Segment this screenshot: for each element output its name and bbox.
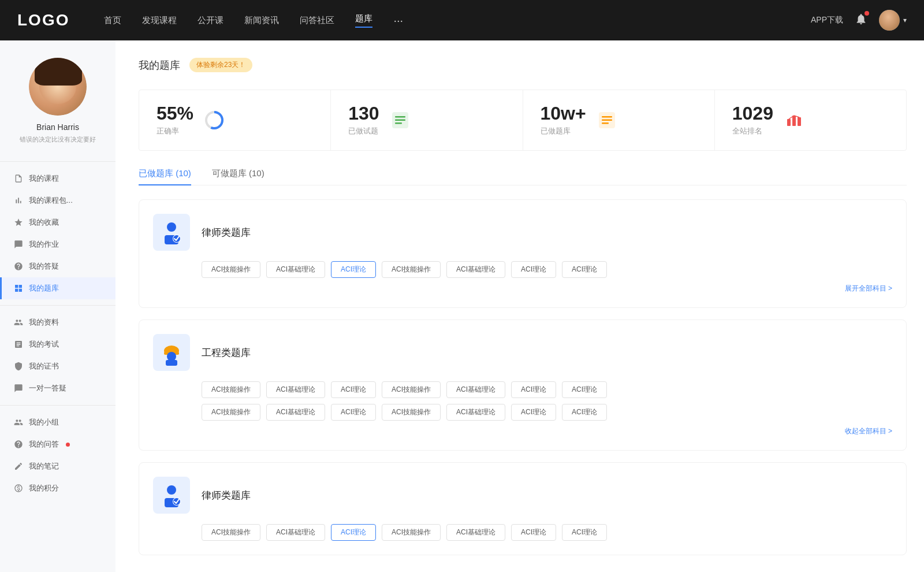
svg-point-19 [167, 352, 176, 361]
bank-icon-lawyer-1 [153, 214, 190, 251]
bank-tag[interactable]: ACI技能操作 [382, 404, 441, 421]
bank-icon-lawyer-2 [153, 477, 190, 514]
sidebar-item-course-package[interactable]: 我的课程包... [0, 190, 116, 211]
bank-tag[interactable]: ACI技能操作 [382, 261, 441, 278]
nav-discover[interactable]: 发现课程 [142, 15, 177, 26]
bank-tag[interactable]: ACI基础理论 [446, 261, 505, 278]
profile-avatar [29, 58, 87, 116]
nav-questionbank[interactable]: 题库 [355, 13, 372, 28]
bank-tag[interactable]: ACI基础理论 [266, 404, 325, 421]
bank-tag[interactable]: ACI技能操作 [382, 381, 441, 398]
bank-tag[interactable]: ACI技能操作 [202, 381, 260, 398]
chat-icon [14, 384, 23, 393]
bank-tags-lawyer-2: ACI技能操作 ACI基础理论 ACI理论 ACI技能操作 ACI基础理论 AC… [153, 524, 892, 541]
stat-done-number: 130 [348, 104, 379, 122]
bank-tag[interactable]: ACI基础理论 [446, 404, 505, 421]
sidebar-label-qa: 我的答疑 [29, 261, 59, 272]
bank-tag[interactable]: ACI理论 [511, 404, 556, 421]
nav-open-course[interactable]: 公开课 [198, 15, 223, 26]
bank-tag[interactable]: ACI技能操作 [382, 524, 441, 541]
nav-news[interactable]: 新闻资讯 [244, 15, 279, 26]
bank-tag[interactable]: ACI技能操作 [202, 404, 260, 421]
help-icon [14, 262, 23, 271]
bank-tag[interactable]: ACI理论 [511, 381, 556, 398]
stat-done-label: 已做试题 [348, 126, 379, 136]
bank-tag[interactable]: ACI理论 [511, 261, 556, 278]
sidebar-label-favorites: 我的收藏 [29, 217, 59, 228]
sidebar-item-questionbank[interactable]: 我的题库 [0, 277, 116, 299]
bank-tag[interactable]: ACI基础理论 [266, 261, 325, 278]
page-header: 我的题库 体验剩余23天！ [139, 58, 907, 72]
bank-title-engineer: 工程类题库 [202, 346, 251, 359]
app-download-link[interactable]: APP下载 [811, 15, 843, 25]
sidebar-item-my-qa[interactable]: 我的问答 [0, 433, 116, 455]
bank-tag[interactable]: ACI基础理论 [446, 524, 505, 541]
nav-qa[interactable]: 问答社区 [300, 15, 334, 26]
bank-tags-engineer-row1: ACI技能操作 ACI基础理论 ACI理论 ACI技能操作 ACI基础理论 AC… [153, 381, 892, 398]
bank-tag[interactable]: ACI基础理论 [266, 381, 325, 398]
svg-rect-3 [395, 116, 405, 118]
logo[interactable]: LOGO [17, 11, 69, 29]
bank-title-lawyer-2: 律师类题库 [202, 489, 251, 502]
sidebar-label-group: 我的小组 [29, 417, 59, 428]
bar-icon [14, 196, 23, 205]
sidebar-item-profile[interactable]: 我的资料 [0, 311, 116, 333]
bank-tag[interactable]: ACI理论 [562, 381, 607, 398]
list-green-icon [389, 109, 412, 132]
svg-rect-10 [787, 119, 791, 126]
sidebar-item-exam[interactable]: 我的考试 [0, 333, 116, 355]
notification-bell[interactable] [855, 13, 867, 28]
sidebar-item-course[interactable]: 我的课程 [0, 168, 116, 190]
bank-tag[interactable]: ACI理论 [331, 404, 376, 421]
sidebar-item-homework[interactable]: 我的作业 [0, 233, 116, 255]
trial-badge: 体验剩余23天！ [189, 58, 252, 72]
sidebar-label-one-on-one: 一对一答疑 [29, 383, 66, 393]
bank-tag-active[interactable]: ACI理论 [331, 261, 376, 278]
nav-more[interactable]: ··· [393, 14, 403, 27]
tab-done-banks[interactable]: 已做题库 (10) [139, 168, 191, 185]
sidebar-item-points[interactable]: 我的积分 [0, 477, 116, 499]
list-orange-icon [595, 109, 619, 132]
grid-icon [14, 284, 23, 293]
bank-tag[interactable]: ACI理论 [511, 524, 556, 541]
sidebar-label-profile: 我的资料 [29, 317, 59, 328]
note-icon [14, 462, 23, 471]
navbar: LOGO 首页 发现课程 公开课 新闻资讯 问答社区 题库 ··· APP下载 … [0, 0, 924, 40]
sidebar-label-course-package: 我的课程包... [29, 195, 73, 206]
sidebar-item-notes[interactable]: 我的笔记 [0, 455, 116, 477]
collapse-link-engineer[interactable]: 收起全部科目 > [153, 426, 892, 436]
tab-available-banks[interactable]: 可做题库 (10) [212, 168, 264, 185]
bank-tag[interactable]: ACI理论 [562, 524, 607, 541]
sidebar-item-favorites[interactable]: 我的收藏 [0, 211, 116, 233]
sidebar-item-qa[interactable]: 我的答疑 [0, 255, 116, 277]
bank-tag[interactable]: ACI技能操作 [202, 524, 260, 541]
bank-tags-engineer-row2: ACI技能操作 ACI基础理论 ACI理论 ACI技能操作 ACI基础理论 AC… [153, 404, 892, 421]
bank-tag[interactable]: ACI基础理论 [446, 381, 505, 398]
nav-home[interactable]: 首页 [104, 15, 121, 26]
bank-card-lawyer-1: 律师类题库 ACI技能操作 ACI基础理论 ACI理论 ACI技能操作 ACI基… [139, 199, 907, 308]
bank-tag-active[interactable]: ACI理论 [331, 524, 376, 541]
stat-banks-label: 已做题库 [541, 126, 586, 136]
stat-rank: 1029 全站排名 [715, 90, 906, 150]
sidebar-item-certificate[interactable]: 我的证书 [0, 355, 116, 377]
cert-icon [14, 362, 23, 371]
expand-link-1[interactable]: 展开全部科目 > [153, 284, 892, 294]
sidebar-label-exam: 我的考试 [29, 339, 59, 350]
sidebar-label-course: 我的课程 [29, 173, 59, 184]
sidebar-label-homework: 我的作业 [29, 239, 59, 250]
group-icon [14, 418, 23, 427]
bank-title-lawyer-1: 律师类题库 [202, 226, 251, 239]
sidebar-label-my-qa: 我的问答 [29, 439, 59, 450]
sidebar-divider-top [0, 161, 116, 162]
bank-tag[interactable]: ACI技能操作 [202, 261, 260, 278]
page-wrapper: Brian Harris 错误的决定比没有决定要好 我的课程 我的课程包... [0, 40, 924, 572]
bank-tag[interactable]: ACI理论 [331, 381, 376, 398]
people-icon [14, 318, 23, 327]
bank-tag[interactable]: ACI理论 [562, 404, 607, 421]
user-avatar-menu[interactable]: ▾ [879, 10, 907, 31]
sidebar: Brian Harris 错误的决定比没有决定要好 我的课程 我的课程包... [0, 40, 116, 572]
bank-tag[interactable]: ACI理论 [562, 261, 607, 278]
bank-tag[interactable]: ACI基础理论 [266, 524, 325, 541]
sidebar-item-one-on-one[interactable]: 一对一答疑 [0, 377, 116, 399]
sidebar-item-group[interactable]: 我的小组 [0, 411, 116, 433]
